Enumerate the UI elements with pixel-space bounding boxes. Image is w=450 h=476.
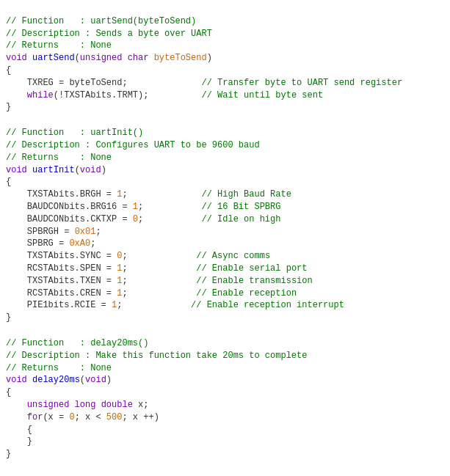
code-token-normal [6,90,27,100]
code-token-number: 0xA0 [69,238,90,249]
code-line: } [6,312,444,324]
code-line: PIE1bits.RCIE = 1; // Enable reception i… [6,299,444,312]
code-token-normal: TXSTAbits.TXEN = [6,276,117,286]
code-line: TXSTAbits.SYNC = 0; // Async comms [6,250,444,263]
code-token-normal: ; x < [75,412,106,422]
code-token-comment: // Wait until byte sent [201,90,323,100]
code-token-normal: } [6,102,11,112]
code-token-normal: RCSTAbits.SPEN = [6,263,117,274]
code-token-keyword: for [27,412,43,422]
code-token-comment: // Enable reception interrupt [191,300,344,310]
code-line: } [6,448,444,461]
code-token-normal: ; [122,251,196,261]
code-token-normal: ; [122,189,201,199]
code-token-normal: x; [133,400,149,410]
code-editor: // Function : uartSend(byteToSend)// Des… [6,3,444,461]
code-token-normal [6,400,27,410]
code-token-keyword: void [6,375,27,385]
code-token-normal: ; x ++) [122,412,159,422]
code-token-number: 0x01 [75,227,96,237]
code-token-normal: ; [122,288,196,299]
code-token-normal: TXSTAbits.BRGH = [6,189,117,199]
code-token-comment: // Returns : None [6,363,112,373]
section-spacer [6,324,444,337]
code-token-number: 1 [133,202,138,212]
code-line: RCSTAbits.CREN = 1; // Enable reception [6,288,444,300]
code-token-normal [6,412,27,422]
code-token-normal: } [6,312,11,323]
code-token-normal: ) [207,53,212,63]
code-line: // Description : Make this function take… [6,350,444,362]
code-token-normal: TXREG = byteToSend; [6,78,201,88]
code-token-type: unsigned long double [27,400,133,410]
code-section-uartSend: // Function : uartSend(byteToSend)// Des… [6,15,444,114]
code-token-comment: // Function : uartInit() [6,128,143,138]
code-token-comment: // Description : Make this function take… [6,351,307,361]
code-token-normal: { [6,387,11,398]
code-token-comment: // Idle on high [201,214,280,224]
code-token-normal: (!TXSTAbits.TRMT); [54,90,202,100]
code-line: unsigned long double x; [6,399,444,411]
code-token-funcname: uartSend [32,53,75,63]
code-line: // Function : uartInit() [6,127,444,139]
code-line: TXREG = byteToSend; // Transfer byte to … [6,77,444,89]
code-line: { [6,387,444,399]
code-line: // Description : Configures UART to be 9… [6,139,444,152]
code-token-normal: ; [138,202,201,212]
code-token-type: unsigned char [80,53,149,63]
code-token-param: byteToSend [154,53,207,63]
code-token-normal: ; [117,300,191,310]
code-token-normal: } [6,449,11,459]
code-line: // Returns : None [6,362,444,375]
code-token-comment: // Function : uartSend(byteToSend) [6,16,196,26]
code-token-keyword: void [80,165,101,175]
code-line: { [6,424,444,436]
code-token-normal: { [6,65,11,76]
code-token-normal: ; [90,238,95,249]
code-token-comment: // Enable serial port [196,263,307,274]
code-token-comment: // Description : Configures UART to be 9… [6,140,260,150]
code-section-delay20ms: // Function : delay20ms()// Description … [6,337,444,461]
code-line: for(x = 0; x < 500; x ++) [6,411,444,424]
code-line: } [6,436,444,448]
code-token-comment: // Transfer byte to UART send register [201,78,402,88]
code-line: RCSTAbits.SPEN = 1; // Enable serial por… [6,263,444,275]
code-token-normal: BAUDCONbits.CKTXP = [6,214,133,224]
code-line: void uartInit(void) [6,164,444,177]
code-token-normal: ; [138,214,201,224]
code-token-comment: // Returns : None [6,40,112,51]
code-token-normal [148,53,153,63]
code-token-comment: // Enable transmission [196,276,312,286]
code-token-comment: // Function : delay20ms() [6,338,148,348]
code-token-normal: ; [122,276,196,286]
code-token-normal: ; [122,263,196,274]
code-token-normal: RCSTAbits.CREN = [6,288,117,299]
code-token-funcname: delay20ms [32,375,80,385]
code-token-normal: ) [101,165,106,175]
code-line: // Function : uartSend(byteToSend) [6,15,444,28]
code-token-normal: BAUDCONbits.BRG16 = [6,202,133,212]
section-spacer [6,114,444,127]
code-line: void uartSend(unsigned char byteToSend) [6,52,444,65]
code-token-normal: } [6,436,32,447]
code-line: // Returns : None [6,152,444,164]
code-token-normal: PIE1bits.RCIE = [6,300,112,310]
code-token-normal: ( [75,53,80,63]
code-line: void delay20ms(void) [6,374,444,387]
code-token-normal: { [6,425,32,435]
code-line: } [6,101,444,114]
code-token-keyword: void [85,375,106,385]
code-token-funcname: uartInit [32,165,75,175]
code-line: // Description : Sends a byte over UART [6,28,444,40]
code-token-normal: ) [106,375,112,385]
code-token-normal: { [6,177,11,187]
code-token-comment: // High Baud Rate [201,189,291,199]
code-token-comment: // Returns : None [6,153,112,163]
code-token-keyword: void [6,53,27,63]
code-token-number: 0 [69,412,74,422]
code-token-normal: SPBRGH = [6,227,75,237]
code-line: BAUDCONbits.CKTXP = 0; // Idle on high [6,213,444,226]
code-token-normal [27,375,32,385]
code-line: // Returns : None [6,40,444,52]
code-line: { [6,65,444,77]
